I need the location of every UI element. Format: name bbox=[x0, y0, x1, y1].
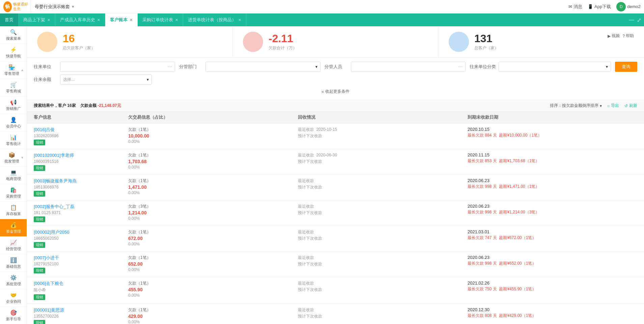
retail-stats-icon: 📊 bbox=[10, 134, 17, 141]
overdue-link[interactable]: 超期¥1,214.00（3笔） bbox=[499, 210, 539, 214]
table-header: 客户信息 欠交易信息（占比） 回收情况 到期未收款日期 bbox=[27, 112, 644, 123]
ecommerce-icon: 💻 bbox=[10, 169, 17, 176]
tab-close-icon[interactable]: ✕ bbox=[130, 18, 133, 22]
export-button[interactable]: ○ 导出 bbox=[607, 103, 619, 109]
counterparty-input[interactable]: ··· bbox=[60, 62, 175, 72]
due-date-cell-5: 2021.03.01 最长欠款 747 天 超期¥672.00（1笔） bbox=[468, 229, 637, 241]
tab-close-icon[interactable]: ✕ bbox=[97, 18, 100, 22]
help-btn[interactable]: ? 帮助 bbox=[622, 33, 634, 39]
tab-minimize-icon[interactable]: — bbox=[629, 17, 634, 23]
tab-close-icon[interactable]: ✕ bbox=[47, 18, 50, 22]
customer-name-link[interactable]: [0007]小进干 bbox=[34, 255, 128, 261]
recovery-cell-7: 最近收款 预计下次收款 bbox=[298, 281, 468, 293]
sort-selector[interactable]: 排序：按欠款金额倒序排序 ▾ bbox=[550, 103, 602, 109]
customer-tag: 现销 bbox=[34, 320, 45, 324]
sidebar-item-purchase-mgmt[interactable]: 🛍️ 采购管理 bbox=[0, 184, 27, 202]
tab-production-history[interactable]: 产成品入库单历史 ✕ bbox=[55, 13, 105, 26]
stat-icon-total bbox=[449, 32, 469, 52]
overdue-link[interactable]: 超期¥455.90（1笔） bbox=[499, 287, 536, 291]
customer-name-link[interactable]: [0001020001]李老师 bbox=[34, 152, 128, 158]
collapse-filter-button[interactable]: « 收起更多条件 bbox=[34, 87, 637, 96]
sidebar-item-basic-info[interactable]: ℹ️ 基础信息 bbox=[0, 254, 27, 272]
department-select[interactable]: ▾ bbox=[205, 62, 320, 72]
sidebar-item-retail-stats[interactable]: 📊 零售统计 bbox=[0, 131, 27, 149]
search-button[interactable]: 查询 bbox=[615, 62, 637, 72]
logo-area: 畅 畅捷通好生意 bbox=[3, 1, 30, 12]
stat-icon-debt: ¥ bbox=[37, 32, 57, 52]
tab-close-icon[interactable]: ✕ bbox=[175, 18, 178, 22]
overdue-link[interactable]: 超期¥652.00（1笔） bbox=[499, 261, 536, 266]
customer-tag: 现销 bbox=[34, 216, 45, 222]
store-selector[interactable]: 母婴行业演示账套 ▾ bbox=[30, 0, 78, 13]
guide-icon: 🎯 bbox=[10, 310, 17, 316]
logo-icon: 畅 bbox=[3, 1, 12, 12]
refresh-icon: ↺ bbox=[624, 104, 628, 108]
sidebar-item-newbie-guide[interactable]: 🎯 新手引导 bbox=[0, 307, 27, 324]
filter-dept-label: 分管部门 bbox=[179, 64, 203, 70]
customer-name-link[interactable]: [0006]去下粮仓 bbox=[34, 281, 128, 287]
basic-info-icon: ℹ️ bbox=[10, 257, 17, 263]
sidebar-item-member-center[interactable]: 👤 会员中心 bbox=[0, 114, 27, 131]
nav-tabs: 首页 商品上下架 ✕ 产成品入库单历史 ✕ 客户账本 ✕ 采购订单统计表 ✕ 进… bbox=[0, 13, 644, 26]
tab-stock-stats[interactable]: 进货单统计表（按商品） ✕ bbox=[183, 13, 246, 26]
tab-home[interactable]: 首页 bbox=[0, 13, 19, 26]
customer-name-link[interactable]: [0016]吕俊 bbox=[34, 127, 128, 133]
sidebar-item-enterprise-collab[interactable]: 🤝 企业协同 bbox=[0, 289, 27, 307]
customer-name-link[interactable]: [0002]服务中心_丁磊 bbox=[34, 204, 128, 210]
tab-expand-icon[interactable]: ⤢ bbox=[637, 17, 641, 23]
due-date-cell-3: 2020.06.23 最长欠款 998 天 超期¥1,471.00（1笔） bbox=[468, 178, 637, 189]
customer-tag: 现销 bbox=[34, 294, 45, 300]
recovery-cell-6: 最近收款 预计下次收款 bbox=[298, 255, 468, 267]
video-icon: ▶ bbox=[608, 34, 611, 38]
app-download-button[interactable]: 📱 App下载 bbox=[588, 4, 611, 10]
sidebar-item-search[interactable]: 🔍 搜索菜单 bbox=[0, 26, 27, 44]
sidebar-item-retail-mall[interactable]: 🛒 零售商城 bbox=[0, 79, 27, 96]
sidebar-item-system-mgmt[interactable]: ⚙️ 系统管理 bbox=[0, 272, 27, 289]
svg-rect-6 bbox=[454, 42, 456, 44]
sidebar-item-ecommerce[interactable]: 💻 电商管理 bbox=[0, 167, 27, 184]
customer-tag: 现销 bbox=[34, 268, 45, 273]
sidebar-item-operations[interactable]: 📈 经营管理 bbox=[0, 237, 27, 254]
dropdown-arrow-icon: ▾ bbox=[315, 64, 317, 69]
inventory-icon: 📋 bbox=[10, 204, 17, 211]
sidebar-item-inventory[interactable]: 📋 库存核算 bbox=[0, 202, 27, 219]
video-btn[interactable]: ▶ 视频 bbox=[608, 33, 620, 39]
debt-cell-7: 欠款（1笔） 455.90 0.00% bbox=[128, 281, 298, 298]
sidebar-item-finance[interactable]: 💰 资金管理 bbox=[0, 219, 27, 237]
tab-purchase-stats[interactable]: 采购订单统计表 ✕ bbox=[138, 13, 183, 26]
customer-cell-1: [0016]吕俊 13026203696 现销 bbox=[34, 127, 128, 145]
dots-icon2: ··· bbox=[458, 64, 463, 70]
expand-arrow-icon: ▲ bbox=[21, 68, 24, 72]
customer-name-link[interactable]: [000002]用户2050 bbox=[34, 229, 128, 235]
refresh-button[interactable]: ↺ 刷新 bbox=[624, 103, 637, 109]
results-actions: 排序：按欠款金额倒序排序 ▾ ○ 导出 ↺ 刷新 bbox=[550, 103, 637, 109]
customer-name-link[interactable]: [000001]黄思源 bbox=[34, 307, 128, 313]
customer-cell-3: [0003]畅捷服务尹海燕 18513066976 现销 bbox=[34, 178, 128, 197]
sidebar-item-quick-nav[interactable]: ⚡ 快捷导航 bbox=[0, 44, 27, 61]
balance-select[interactable]: 选择... ▾ bbox=[60, 75, 152, 85]
overdue-link[interactable]: 超期¥1,471.00（1笔） bbox=[499, 184, 539, 189]
recovery-cell-1: 最近收款 2020-10-15 预计下次收款 bbox=[298, 127, 468, 139]
debt-cell-2: 欠款（1笔） 1,703.68 0.00% bbox=[128, 152, 298, 170]
sidebar-item-retail-mgmt[interactable]: 🏪 零售管理 ▲ bbox=[0, 61, 27, 79]
sidebar-item-marketing[interactable]: 📢 营销推广 bbox=[0, 96, 27, 114]
category-select[interactable]: ▾ bbox=[499, 62, 611, 72]
collapse-icon: « bbox=[321, 89, 324, 94]
tab-customer-ledger[interactable]: 客户账本 ✕ bbox=[105, 13, 138, 26]
overdue-link[interactable]: 超期¥672.00（1笔） bbox=[499, 235, 536, 240]
overdue-link[interactable]: 超期¥1,703.68（1笔） bbox=[499, 158, 539, 163]
manager-input[interactable]: ··· bbox=[351, 62, 466, 72]
customer-cell-6: [0007]小进干 18279152100 现销 bbox=[34, 255, 128, 273]
overdue-link[interactable]: 超期¥429.00（1笔） bbox=[499, 313, 536, 318]
message-button[interactable]: ✉ 消息 bbox=[568, 4, 582, 10]
overdue-link[interactable]: 超期¥10,000.00（1笔） bbox=[499, 133, 542, 138]
col-due-date: 到期未收款日期 bbox=[468, 114, 637, 120]
customer-name-link[interactable]: [0003]畅捷服务尹海燕 bbox=[34, 178, 128, 184]
sidebar-item-wholesale-mgmt[interactable]: 📦 批发管理 ▼ bbox=[0, 149, 27, 167]
tab-goods-listing[interactable]: 商品上下架 ✕ bbox=[19, 13, 55, 26]
stat-icon-debt-total bbox=[243, 32, 263, 52]
filter-counterparty-label: 往来单位 bbox=[34, 64, 57, 70]
due-date-cell-8: 2020.12.30 最长欠款 808 天 超期¥429.00（1笔） bbox=[468, 307, 637, 319]
tab-close-icon[interactable]: ✕ bbox=[238, 18, 241, 22]
user-menu[interactable]: D demo2 bbox=[616, 2, 641, 11]
